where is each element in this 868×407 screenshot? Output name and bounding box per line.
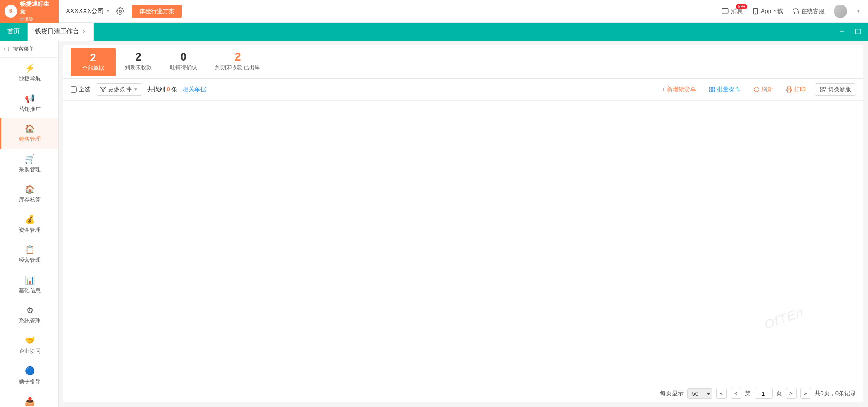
content-inner: 2 全部单据 2 到期未收款 0 旺铺待确认 2 到期未收款 已出库 bbox=[63, 45, 863, 402]
refresh-button[interactable]: 刷新 bbox=[750, 84, 777, 95]
more-filter-button[interactable]: 更多条件 ▼ bbox=[96, 83, 142, 96]
company-selector[interactable]: XXXXXX公司 ▼ bbox=[66, 7, 110, 15]
sidebar-item-basic-info[interactable]: 📊 基础信息 bbox=[0, 270, 58, 300]
stats-tab-overdue-label: 到期未收款 bbox=[125, 64, 152, 71]
tabbar-right-controls bbox=[835, 25, 868, 38]
sidebar-item-purchase-label: 采购管理 bbox=[19, 166, 41, 173]
toolbar-right: + 新增销货单 批量操作 刷新 打印 bbox=[658, 83, 856, 96]
sidebar-item-enterprise[interactable]: 🤝 企业协同 bbox=[0, 330, 58, 360]
select-all-checkbox[interactable]: 全选 bbox=[71, 85, 90, 94]
online-service-button[interactable]: 在线客服 bbox=[792, 7, 825, 15]
tabbar: 首页 钱货日清工作台 × bbox=[0, 23, 868, 41]
sidebar-item-operations[interactable]: 📋 经营管理 bbox=[0, 239, 58, 270]
purchase-icon: 🛒 bbox=[25, 154, 35, 164]
batch-label: 批量操作 bbox=[717, 85, 741, 94]
last-page-button[interactable]: » bbox=[800, 388, 811, 399]
add-label: 新增销货单 bbox=[667, 85, 696, 94]
per-page-label: 每页显示 bbox=[660, 389, 684, 398]
sidebar-item-inventory[interactable]: 🏠 库存核算 bbox=[0, 179, 58, 209]
company-name: XXXXXX公司 bbox=[66, 7, 104, 15]
operations-icon: 📋 bbox=[25, 245, 35, 255]
found-count: 0 bbox=[167, 86, 170, 93]
window-maximize-button[interactable] bbox=[852, 25, 864, 38]
svg-rect-12 bbox=[710, 90, 712, 92]
add-icon: + bbox=[661, 86, 665, 93]
switch-new-version-button[interactable]: 切换新版 bbox=[815, 83, 856, 96]
di-word: 第 bbox=[745, 389, 751, 398]
svg-rect-14 bbox=[788, 90, 791, 92]
add-sales-order-button[interactable]: + 新增销货单 bbox=[658, 84, 700, 95]
sidebar-item-purchase[interactable]: 🛒 采购管理 bbox=[0, 149, 58, 179]
stats-tab-overdue-shipped-num: 2 bbox=[235, 51, 241, 64]
svg-point-7 bbox=[5, 47, 9, 51]
user-name[interactable]: ▼ bbox=[856, 9, 861, 14]
svg-rect-10 bbox=[710, 87, 712, 89]
window-minimize-button[interactable] bbox=[835, 25, 848, 38]
new-guide-icon: 🔵 bbox=[25, 366, 35, 376]
tab-label: 钱货日清工作台 bbox=[35, 28, 79, 36]
app-download-label: App下载 bbox=[761, 7, 783, 15]
sidebar-search[interactable]: 搜索菜单 bbox=[0, 41, 58, 58]
first-page-button[interactable]: « bbox=[716, 388, 727, 399]
next-page-button[interactable]: > bbox=[786, 388, 797, 399]
stats-tab-pending-label: 旺铺待确认 bbox=[170, 64, 197, 71]
sidebar-item-new-guide-label: 新手引导 bbox=[19, 378, 41, 385]
app-download-button[interactable]: App下载 bbox=[752, 7, 783, 15]
sidebar-item-inventory-label: 库存核算 bbox=[19, 196, 41, 204]
page-summary: 共0页，0条记录 bbox=[815, 389, 856, 398]
avatar[interactable] bbox=[834, 5, 847, 18]
table-area bbox=[63, 101, 863, 384]
pagination-footer: 每页显示 50 10 20 100 « < 第 页 > » 共0页，0条记录 bbox=[63, 384, 863, 402]
topbar-right: 消息 99+ App下载 在线客服 ▼ bbox=[721, 5, 861, 18]
content-area: 2 全部单据 2 到期未收款 0 旺铺待确认 2 到期未收款 已出库 bbox=[59, 41, 868, 407]
refresh-label: 刷新 bbox=[761, 85, 773, 94]
page-size-select[interactable]: 50 10 20 100 bbox=[687, 388, 712, 399]
tab-home[interactable]: 首页 bbox=[0, 23, 28, 41]
inventory-icon: 🏠 bbox=[25, 184, 35, 194]
svg-point-2 bbox=[119, 10, 122, 12]
trial-button[interactable]: 体验行业方案 bbox=[132, 5, 182, 18]
sidebar-item-sales[interactable]: 🏠 销售管理 bbox=[0, 118, 58, 149]
basic-info-icon: 📊 bbox=[25, 275, 35, 285]
filter-dropdown-arrow: ▼ bbox=[133, 87, 138, 92]
stats-tab-overdue-shipped[interactable]: 2 到期未收款 已出库 bbox=[206, 45, 269, 78]
sidebar-item-quick-nav[interactable]: ⚡ 快捷导航 bbox=[0, 58, 58, 88]
tab-close-button[interactable]: × bbox=[83, 29, 86, 34]
stats-tab-all[interactable]: 2 全部单据 bbox=[71, 48, 116, 76]
online-service-label: 在线客服 bbox=[801, 7, 825, 15]
logo-icon: 6 bbox=[5, 5, 17, 18]
select-all-label: 全选 bbox=[79, 85, 90, 94]
sidebar-item-system[interactable]: ⚙ 系统管理 bbox=[0, 300, 58, 330]
svg-text:6: 6 bbox=[9, 8, 12, 14]
sidebar-item-marketing-label: 营销推广 bbox=[19, 105, 41, 113]
svg-rect-6 bbox=[856, 29, 861, 34]
svg-marker-9 bbox=[100, 87, 106, 92]
stats-tab-pending[interactable]: 0 旺铺待确认 bbox=[161, 45, 206, 78]
stats-tab-overdue[interactable]: 2 到期未收款 bbox=[116, 45, 161, 78]
prev-page-button[interactable]: < bbox=[731, 388, 741, 399]
related-link[interactable]: 相关单据 bbox=[183, 85, 206, 94]
sidebar-item-basic-info-label: 基础信息 bbox=[19, 287, 41, 295]
logo-main-text: 畅捷通好生意 bbox=[20, 0, 54, 16]
message-badge: 99+ bbox=[736, 4, 747, 9]
system-icon: ⚙ bbox=[26, 305, 33, 315]
tab-qianhuoqingzuotai[interactable]: 钱货日清工作台 × bbox=[28, 23, 94, 41]
logo-sub-text: 标准版 bbox=[20, 16, 54, 22]
current-page-input[interactable] bbox=[755, 388, 773, 399]
sidebar-item-quick-nav-label: 快捷导航 bbox=[19, 75, 41, 83]
sidebar-item-finance[interactable]: 💰 资金管理 bbox=[0, 209, 58, 239]
message-button[interactable]: 消息 99+ bbox=[721, 7, 743, 15]
svg-rect-16 bbox=[823, 87, 825, 89]
sidebar-item-new-guide[interactable]: 🔵 新手引导 bbox=[0, 360, 58, 391]
company-dropdown-arrow: ▼ bbox=[106, 9, 110, 14]
main-layout: 搜索菜单 ⚡ 快捷导航 📢 营销推广 🏠 销售管理 🛒 采购管理 🏠 库存核算 … bbox=[0, 41, 868, 407]
svg-rect-17 bbox=[821, 90, 822, 92]
svg-rect-15 bbox=[821, 87, 822, 89]
sidebar-item-app-center[interactable]: 📥 应用中心 bbox=[0, 391, 58, 407]
sidebar-item-marketing[interactable]: 📢 营销推广 bbox=[0, 88, 58, 118]
print-button[interactable]: 打印 bbox=[782, 84, 809, 95]
settings-button[interactable] bbox=[114, 5, 127, 18]
sidebar-item-enterprise-label: 企业协同 bbox=[19, 347, 41, 355]
batch-operation-button[interactable]: 批量操作 bbox=[705, 84, 744, 95]
select-all-input[interactable] bbox=[71, 86, 77, 93]
